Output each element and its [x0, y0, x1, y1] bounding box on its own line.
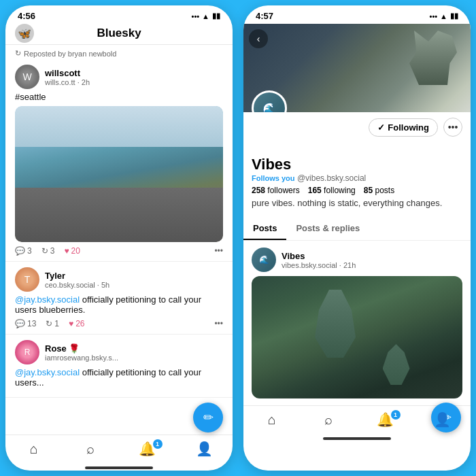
profile-post-1: 🌊 Vibes vibes.bsky.social · 21h — [243, 241, 471, 405]
profile-post-author: Vibes — [282, 251, 356, 261]
post-1-sub: wills.co.tt · 2h — [45, 78, 90, 86]
followers-count: 258 — [252, 186, 265, 195]
signal-icon-r: ••• — [430, 12, 438, 20]
bottom-nav-left: ⌂ ⌕ 🔔 1 👤 — [5, 435, 233, 464]
nav-notifications-r[interactable]: 🔔 1 — [357, 411, 414, 428]
compose-fab[interactable]: ✏ — [193, 403, 223, 432]
nav-search-r[interactable]: ⌕ — [301, 411, 358, 428]
nav-notifications[interactable]: 🔔 1 — [119, 441, 176, 457]
profile-avatar[interactable]: 🌊 — [252, 90, 287, 112]
heart-icon: ♥ — [64, 246, 69, 256]
avatar-rose[interactable]: R — [15, 340, 39, 364]
post-1-image — [15, 106, 223, 242]
nav-search[interactable]: ⌕ — [63, 441, 120, 457]
time-left: 4:56 — [18, 11, 35, 21]
tab-posts[interactable]: Posts — [243, 218, 286, 240]
profile-stats: 258 followers 165 following 85 posts — [252, 186, 462, 195]
status-icons-left: ••• ▲ ▮▮ — [192, 12, 220, 20]
post-3-text: @jay.bsky.social officially petitioning … — [15, 367, 223, 388]
repost-action[interactable]: ↻ 3 — [41, 246, 55, 256]
profile-tabs: Posts Posts & replies — [243, 218, 471, 241]
like-action-2[interactable]: ♥ 26 — [69, 319, 84, 328]
battery-icon-r: ▮▮ — [450, 12, 458, 20]
avatar-tyler[interactable]: T — [15, 267, 39, 292]
wifi-icon: ▲ — [202, 12, 209, 20]
profile-post-image — [252, 276, 462, 398]
comment-icon-2: 💬 — [15, 319, 25, 328]
like-action[interactable]: ♥ 20 — [64, 246, 80, 256]
post-3-author: Rose 🌹 — [45, 343, 118, 354]
post-1-actions: 💬 3 ↻ 3 ♥ 20 ••• — [15, 246, 223, 256]
mention-jay[interactable]: @jay.bsky.social — [15, 294, 80, 305]
status-bar-left: 4:56 ••• ▲ ▮▮ — [5, 5, 233, 24]
repost-count: 3 — [50, 246, 55, 256]
comment-count-2: 13 — [27, 319, 36, 328]
heart-icon-2: ♥ — [69, 319, 73, 328]
nav-home-r[interactable]: ⌂ — [243, 411, 301, 428]
post-2-author: Tyler — [45, 271, 109, 281]
right-phone: 4:57 ••• ▲ ▮▮ ‹ 🌊 ✓ Following ••• Vibes … — [243, 5, 471, 471]
comment-icon: 💬 — [15, 246, 25, 256]
app-title: Bluesky — [97, 27, 141, 40]
comment-count: 3 — [27, 246, 32, 256]
comment-action-2[interactable]: 💬 13 — [15, 319, 36, 328]
comment-action[interactable]: 💬 3 — [15, 246, 32, 256]
wifi-icon-r: ▲ — [440, 12, 447, 20]
avatar-willscott[interactable]: W — [15, 65, 39, 89]
repost-count-2: 1 — [54, 319, 59, 328]
post-2-sub: ceo.bsky.social · 5h — [45, 281, 109, 289]
nav-profile-r[interactable]: 👤 — [414, 411, 471, 428]
profile-post-1-header: 🌊 Vibes vibes.bsky.social · 21h — [252, 248, 462, 272]
status-bar-right: 4:57 ••• ▲ ▮▮ — [243, 5, 471, 24]
post-1: W willscott wills.co.tt · 2h #seattle 💬 — [5, 59, 233, 262]
more-options-button[interactable]: ••• — [443, 118, 462, 137]
search-icon-r: ⌕ — [324, 412, 333, 428]
following-stat: 165 following — [308, 186, 356, 195]
status-icons-right: ••• ▲ ▮▮ — [430, 12, 458, 20]
search-icon: ⌕ — [86, 441, 95, 457]
post-3-sub: iamrosewang.bsky.s... — [45, 354, 118, 362]
profile-handle-row: Follows you @vibes.bsky.social — [252, 173, 462, 183]
home-indicator-right — [323, 437, 391, 440]
repost-action-icon: ↻ — [41, 246, 48, 256]
following-button[interactable]: ✓ Following — [369, 118, 438, 137]
post-2-text: @jay.bsky.social officially petitioning … — [15, 294, 223, 315]
profile-actions: ✓ Following ••• — [243, 112, 471, 139]
more-action-2[interactable]: ••• — [214, 319, 223, 328]
post-2-header: T Tyler ceo.bsky.social · 5h — [15, 267, 223, 292]
post-3-header: R Rose 🌹 iamrosewang.bsky.s... — [15, 340, 223, 364]
repost-label: ↻ Reposted by bryan newbold — [5, 45, 233, 59]
profile-post-1-meta: Vibes vibes.bsky.social · 21h — [282, 251, 356, 269]
profile-bio: pure vibes. nothing is static, everythin… — [252, 198, 462, 208]
follows-you-label: Follows you — [252, 174, 295, 182]
compose-icon: ✏ — [203, 410, 214, 425]
left-phone: 4:56 ••• ▲ ▮▮ 🦋 Bluesky ↻ Reposted by br… — [5, 5, 233, 471]
profile-icon-r: 👤 — [434, 411, 451, 428]
nav-home[interactable]: ⌂ — [5, 441, 63, 457]
checkmark-icon: ✓ — [377, 122, 385, 133]
repost-action-2[interactable]: ↻ 1 — [46, 319, 59, 328]
post-1-header: W willscott wills.co.tt · 2h — [15, 65, 223, 89]
notification-badge: 1 — [153, 439, 163, 449]
time-right: 4:57 — [256, 11, 273, 21]
app-header: 🦋 Bluesky — [5, 24, 233, 45]
avatar-vibes-post[interactable]: 🌊 — [252, 248, 276, 272]
home-icon-r: ⌂ — [268, 412, 276, 428]
post-3: R Rose 🌹 iamrosewang.bsky.s... @jay.bsky… — [5, 335, 233, 398]
signal-icon: ••• — [192, 12, 200, 20]
user-avatar-header[interactable]: 🦋 — [15, 24, 34, 43]
profile-info: Vibes Follows you @vibes.bsky.social 258… — [243, 139, 471, 218]
battery-icon: ▮▮ — [212, 12, 220, 20]
home-indicator-left — [85, 466, 153, 469]
tab-posts-replies[interactable]: Posts & replies — [286, 218, 369, 240]
mention-jay-2[interactable]: @jay.bsky.social — [15, 367, 80, 377]
feed: ↻ Reposted by bryan newbold W willscott … — [5, 45, 233, 435]
followers-stat: 258 followers — [252, 186, 300, 195]
profile-name: Vibes — [252, 156, 462, 173]
profile-handle: @vibes.bsky.social — [297, 173, 366, 183]
more-action[interactable]: ••• — [214, 246, 223, 256]
back-button[interactable]: ‹ — [249, 29, 268, 48]
following-count: 165 — [308, 186, 322, 195]
profile-cover-image: ‹ 🌊 — [243, 24, 471, 112]
nav-profile[interactable]: 👤 — [176, 441, 233, 457]
